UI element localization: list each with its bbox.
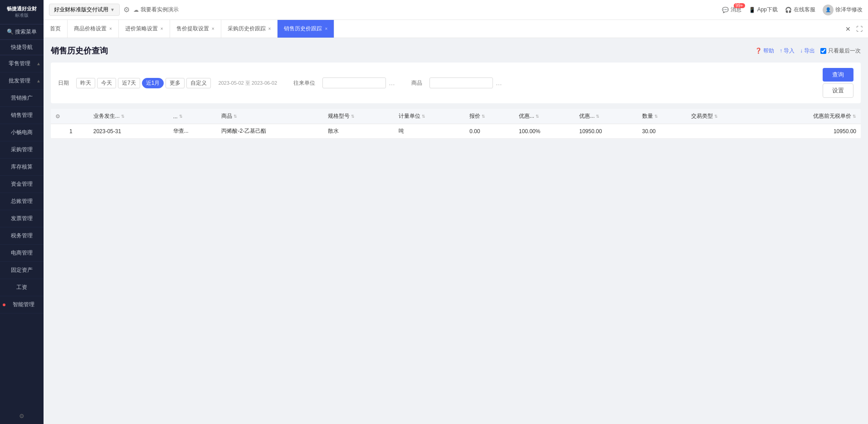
col-pretax-price[interactable]: 优惠前无税单价 ⇅ (758, 109, 861, 124)
page-header: 销售历史价查询 ❓ 帮助 ↑ 导入 ↓ 导出 只看最后一次 (51, 45, 861, 56)
date-btn-last7[interactable]: 近7天 (118, 78, 140, 88)
tab-sales-history[interactable]: 销售历史价跟踪 × (278, 20, 334, 38)
tabbar: 首页 商品价格设置 × 进价策略设置 × 售价提取设置 × 采购历史价跟踪 × … (44, 20, 868, 38)
sidebar: 畅捷通好业财 标准版 🔍 搜索菜单 快捷导航 零售管理 ▲ 批发管理 ▲ 营销推… (0, 0, 44, 424)
tab-price-settings-close[interactable]: × (109, 26, 112, 31)
sidebar-item-inventory[interactable]: 库存核算 (0, 159, 44, 176)
sidebar-item-finance[interactable]: 资金管理 (0, 176, 44, 193)
sidebar-settings-btn[interactable]: ⚙ (0, 408, 44, 424)
tab-restore-btn[interactable]: ⛶ (854, 24, 864, 34)
sidebar-item-tax[interactable]: 税务管理 (0, 227, 44, 245)
col-extra[interactable]: ... ⇅ (169, 109, 217, 124)
sort-icon-extra: ⇅ (179, 114, 183, 119)
col-discount-pct-label: 优惠... (519, 112, 534, 120)
col-price-label: 报价 (469, 112, 480, 120)
app-download-btn[interactable]: 📱 App下载 (749, 6, 778, 14)
col-date[interactable]: 业务发生... ⇅ (89, 109, 169, 124)
col-product[interactable]: 商品 ⇅ (217, 109, 323, 124)
filter-btn-group: 查询 设置 (823, 68, 853, 98)
settings-btn[interactable]: 设置 (823, 83, 853, 98)
col-discount-pct[interactable]: 优惠... ⇅ (514, 109, 575, 124)
column-settings-icon[interactable]: ⚙ (55, 113, 60, 120)
sort-icon-price: ⇅ (482, 114, 485, 119)
col-discount-val[interactable]: 优惠... ⇅ (575, 109, 637, 124)
sidebar-item-retail[interactable]: 零售管理 ▲ (0, 55, 44, 72)
edition-selector[interactable]: 好业财标准版交付试用 ▼ (49, 4, 120, 16)
main-area: 好业财标准版交付试用 ▼ ⚙ ☁ 我要看实例演示 💬 消息 99+ 📱 App下… (44, 0, 868, 424)
col-unit[interactable]: 计量单位 ⇅ (394, 109, 465, 124)
only-last-checkbox[interactable]: 只看最后一次 (820, 47, 861, 55)
only-last-input[interactable] (820, 48, 826, 54)
sidebar-item-invoice[interactable]: 发票管理 (0, 210, 44, 227)
date-btn-custom[interactable]: 自定义 (186, 78, 211, 88)
export-link[interactable]: ↓ 导出 (800, 47, 815, 55)
sidebar-quicknav[interactable]: 快捷导航 (0, 40, 44, 55)
col-date-label: 业务发生... (93, 112, 120, 120)
sidebar-item-smart[interactable]: 智能管理 (0, 296, 44, 313)
demo-text: 我要看实例演示 (141, 6, 179, 14)
sort-icon-discount-val: ⇅ (596, 114, 600, 119)
product-dots-btn[interactable]: … (496, 79, 502, 87)
wholesale-arrow: ▲ (36, 78, 41, 83)
col-type[interactable]: 交易类型 ⇅ (687, 109, 757, 124)
query-btn[interactable]: 查询 (823, 68, 853, 82)
tab-price-settings-label: 商品价格设置 (74, 25, 107, 33)
date-btn-today[interactable]: 今天 (97, 78, 116, 88)
col-gear: ⚙ (51, 109, 65, 124)
customer-input-group: … (322, 77, 395, 88)
cell-pretax-price: 10950.00 (758, 124, 861, 139)
tab-purchase-history-close[interactable]: × (268, 26, 271, 31)
sort-icon-discount-pct: ⇅ (536, 114, 539, 119)
date-btn-yesterday[interactable]: 昨天 (76, 78, 95, 88)
app-download-label: App下载 (757, 6, 778, 14)
page-title: 销售历史价查询 (51, 45, 108, 56)
online-service-btn[interactable]: 🎧 在线客服 (785, 6, 815, 14)
user-menu-btn[interactable]: 👤 徐泽华修改 (823, 5, 863, 15)
customer-input[interactable] (322, 77, 386, 88)
tab-home[interactable]: 首页 (44, 20, 68, 38)
search-icon: 🔍 (7, 29, 14, 35)
col-spec[interactable]: 规格型号 ⇅ (323, 109, 394, 124)
date-btn-more[interactable]: 更多 (166, 78, 185, 88)
messages-btn[interactable]: 💬 消息 99+ (722, 6, 741, 14)
sidebar-search[interactable]: 🔍 搜索菜单 (0, 24, 44, 40)
sidebar-item-assets[interactable]: 固定资产 (0, 262, 44, 279)
sidebar-item-ledger[interactable]: 总账管理 (0, 193, 44, 210)
sidebar-item-payroll[interactable]: 工资 (0, 279, 44, 296)
date-btn-last1m[interactable]: 近1月 (142, 78, 164, 88)
filter-area: 日期 昨天 今天 近7天 近1月 更多 自定义 2023-05-02 至 202… (51, 63, 861, 103)
tab-purchase-strategy-close[interactable]: × (161, 26, 163, 31)
sidebar-item-ecommerce-small[interactable]: 小畅电商 (0, 124, 44, 141)
product-input[interactable] (429, 77, 493, 88)
customer-dots-btn[interactable]: … (389, 79, 395, 87)
date-range-text: 2023-05-02 至 2023-06-02 (218, 80, 277, 87)
tab-price-extract[interactable]: 售价提取设置 × (170, 20, 221, 38)
topbar-settings-icon[interactable]: ⚙ (123, 5, 130, 14)
help-link[interactable]: ❓ 帮助 (755, 47, 774, 55)
table-row: 1 2023-05-31 华查... 丙烯酸-2-乙基己酯 散水 吨 0.00 … (51, 124, 861, 139)
tab-close-all-btn[interactable]: ✕ (844, 24, 853, 34)
tab-purchase-history[interactable]: 采购历史价跟踪 × (221, 20, 278, 38)
sidebar-item-marketing[interactable]: 营销推广 (0, 90, 44, 107)
tab-sales-history-close[interactable]: × (325, 26, 327, 31)
cell-extra: 华查... (169, 124, 217, 139)
demo-link[interactable]: ☁ 我要看实例演示 (133, 6, 179, 14)
logo-sub: 标准版 (4, 12, 40, 19)
invoice-label: 发票管理 (3, 215, 41, 222)
sidebar-item-wholesale[interactable]: 批发管理 ▲ (0, 72, 44, 90)
tab-price-extract-close[interactable]: × (212, 26, 215, 31)
online-service-label: 在线客服 (794, 6, 815, 14)
sidebar-item-sales[interactable]: 销售管理 (0, 107, 44, 124)
marketing-label: 营销推广 (3, 94, 41, 102)
sidebar-item-purchase[interactable]: 采购管理 (0, 141, 44, 159)
cell-unit: 吨 (394, 124, 465, 139)
finance-label: 资金管理 (3, 180, 41, 188)
sidebar-item-ecommerce[interactable]: 电商管理 (0, 245, 44, 262)
purchase-label: 采购管理 (3, 146, 41, 154)
tab-purchase-history-label: 采购历史价跟踪 (228, 25, 266, 33)
import-link[interactable]: ↑ 导入 (780, 47, 795, 55)
col-qty[interactable]: 数量 ⇅ (638, 109, 687, 124)
tab-purchase-strategy[interactable]: 进价策略设置 × (119, 20, 170, 38)
tab-price-settings[interactable]: 商品价格设置 × (68, 20, 119, 38)
col-price[interactable]: 报价 ⇅ (465, 109, 514, 124)
